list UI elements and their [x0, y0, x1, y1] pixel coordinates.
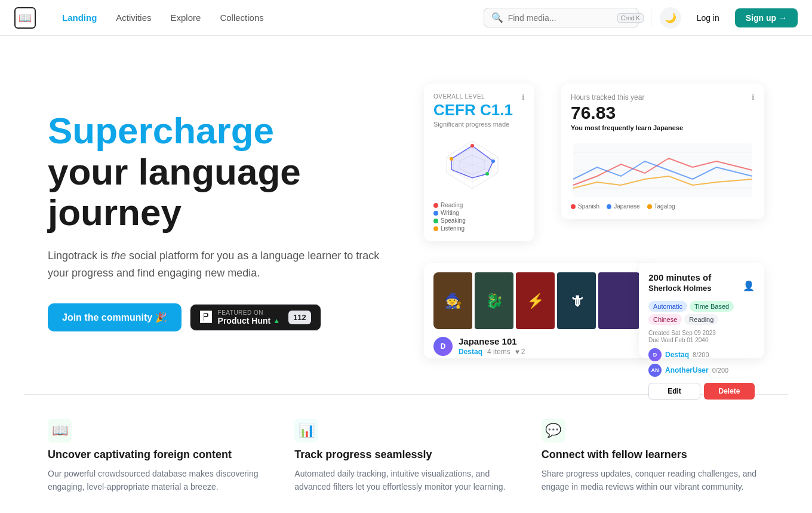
collection-author-avatar: D	[433, 337, 453, 356]
activity-users: D Destaq 8/200 AN AnotherUser 0/200	[648, 348, 755, 377]
search-bar[interactable]: 🔍 Cmd K	[484, 8, 639, 27]
user-another-progress: 0/200	[712, 367, 729, 374]
ph-text: FEATURED ON Product Hunt ▲	[218, 309, 281, 325]
svg-point-8	[491, 159, 495, 163]
feature-1-icon: 📖	[48, 419, 72, 443]
ph-name-label: Product Hunt ▲	[218, 316, 281, 325]
activity-user-2: AN AnotherUser 0/200	[648, 364, 755, 377]
navbar: 📖 Landing Activities Explore Collections…	[0, 0, 812, 36]
collection-heart-count: ♥ 2	[515, 348, 525, 356]
feature-2-title: Track progress seamlessly	[294, 449, 517, 461]
nav-logo[interactable]: 📖	[14, 7, 36, 29]
nav-divider	[651, 10, 651, 26]
activity-minutes: 200 minutes of	[648, 272, 712, 282]
hours-sub: You most frequently learn Japanese	[571, 124, 683, 131]
nav-link-landing[interactable]: Landing	[55, 9, 104, 26]
hours-value: 76.83	[571, 103, 683, 123]
ph-logo-icon: 🅿	[200, 311, 212, 324]
hero-title-normal: your language journey	[48, 151, 301, 233]
cover-5: 📚	[598, 272, 641, 329]
hero-description: Lingotrack is the social platform for yo…	[48, 247, 388, 282]
tag-automatic: Automatic	[648, 301, 687, 312]
login-button[interactable]: Log in	[687, 9, 729, 27]
feature-2-icon: 📊	[294, 419, 318, 443]
cover-2: 🐉	[475, 272, 513, 329]
activity-actions: Edit Delete	[648, 383, 755, 400]
delete-activity-button[interactable]: Delete	[704, 383, 755, 400]
feature-3: 💬 Connect with fellow learners Share pro…	[542, 419, 764, 494]
join-community-button[interactable]: Join the community 🎉	[48, 303, 182, 331]
product-hunt-badge[interactable]: 🅿 FEATURED ON Product Hunt ▲ 112	[190, 304, 321, 331]
feature-2-desc: Automated daily tracking, intuitive visu…	[294, 467, 517, 494]
cefr-info-icon: ℹ	[522, 93, 525, 102]
nav-link-collections[interactable]: Collections	[213, 9, 270, 26]
hours-info-icon: ℹ	[752, 93, 755, 102]
nav-right: 🌙 Log in Sign up →	[648, 7, 798, 29]
hours-stats-card: Hours tracked this year 76.83 You most f…	[561, 84, 764, 219]
feature-3-icon: 💬	[542, 419, 565, 443]
theme-toggle[interactable]: 🌙	[660, 7, 681, 29]
user-destaq-avatar: D	[648, 348, 662, 361]
hours-card-title: Hours tracked this year	[571, 93, 683, 102]
hero-left: Supercharge your language journey Lingot…	[48, 110, 388, 331]
radar-chart	[433, 135, 511, 195]
collection-card: 🧙 🐉 ⚡ 🗡 📚 D Japanese 101 Destaq 4 items …	[424, 263, 651, 358]
nav-link-explore[interactable]: Explore	[164, 9, 208, 26]
features-section: 📖 Uncover captivating foreign content Ou…	[24, 394, 788, 513]
activity-card: 200 minutes of Sherlock Holmes 👤 Automat…	[639, 263, 764, 358]
tag-reading: Reading	[684, 314, 718, 325]
svg-point-10	[450, 157, 453, 161]
hero-screenshots: OVERALL LEVEL CEFR C1.1 Significant prog…	[424, 84, 764, 358]
tag-time-based: Time Based	[690, 301, 734, 312]
hero-title: Supercharge your language journey	[48, 110, 388, 233]
nav-links: Landing Activities Explore Collections	[55, 9, 484, 26]
cefr-sublabel: Significant progress made	[433, 121, 513, 128]
hero-title-accent: Supercharge	[48, 110, 274, 151]
activity-due: Due Wed Feb 01 2040	[648, 337, 755, 343]
search-input[interactable]	[508, 13, 613, 23]
feature-3-title: Connect with fellow learners	[542, 449, 764, 461]
feature-2: 📊 Track progress seamlessly Automated da…	[294, 419, 517, 494]
nav-link-activities[interactable]: Activities	[109, 9, 158, 26]
logo-icon: 📖	[14, 7, 36, 29]
activity-tags: Automatic Time Based Chinese Reading	[648, 301, 755, 325]
feature-1-title: Uncover captivating foreign content	[48, 449, 270, 461]
user-destaq-name: Destaq	[665, 351, 689, 359]
hero-section: Supercharge your language journey Lingot…	[24, 36, 788, 394]
collection-author-name: Destaq	[459, 348, 482, 356]
user-another-avatar: AN	[648, 364, 662, 377]
tag-chinese: Chinese	[648, 314, 682, 325]
ph-upvote-count: 112	[288, 311, 311, 324]
svg-point-7	[470, 144, 474, 148]
activity-user-1: D Destaq 8/200	[648, 348, 755, 361]
feature-1: 📖 Uncover captivating foreign content Ou…	[48, 419, 270, 494]
cover-3: ⚡	[516, 272, 555, 329]
cefr-legend: Reading Writing Speaking Listening	[433, 202, 525, 232]
cefr-level-value: CEFR C1.1	[433, 101, 513, 119]
svg-point-9	[485, 172, 489, 176]
user-destaq-progress: 8/200	[693, 351, 709, 358]
search-icon: 🔍	[491, 12, 503, 23]
cefr-stats-card: OVERALL LEVEL CEFR C1.1 Significant prog…	[424, 84, 534, 241]
edit-activity-button[interactable]: Edit	[648, 383, 700, 400]
user-another-name: AnotherUser	[665, 366, 709, 374]
collection-info: D Japanese 101 Destaq 4 items ♥ 2	[433, 336, 641, 356]
activity-user-icon: 👤	[743, 280, 755, 291]
collection-covers: 🧙 🐉 ⚡ 🗡 📚	[433, 272, 641, 329]
features-grid: 📖 Uncover captivating foreign content Ou…	[48, 419, 764, 494]
feature-1-desc: Our powerful crowdsourced database makes…	[48, 467, 270, 494]
cover-4: 🗡	[557, 272, 596, 329]
collection-meta: Japanese 101 Destaq 4 items ♥ 2	[459, 336, 641, 356]
collection-stats: Destaq 4 items ♥ 2	[459, 348, 641, 356]
hero-actions: Join the community 🎉 🅿 FEATURED ON Produ…	[48, 303, 388, 331]
activity-title: Sherlock Holmes	[648, 284, 712, 293]
cefr-card-label: OVERALL LEVEL	[433, 93, 513, 100]
line-chart	[571, 143, 755, 197]
activity-dates: Created Sat Sep 09 2023 Due Wed Feb 01 2…	[648, 330, 755, 343]
cover-1: 🧙	[433, 272, 472, 329]
signup-button[interactable]: Sign up →	[735, 8, 798, 27]
collection-item-count: 4 items	[487, 348, 510, 356]
feature-3-desc: Share progress updates, conquer reading …	[542, 467, 764, 494]
ph-featured-label: FEATURED ON	[218, 309, 281, 316]
chart-legend: Spanish Japanese Tagalog	[571, 203, 755, 210]
